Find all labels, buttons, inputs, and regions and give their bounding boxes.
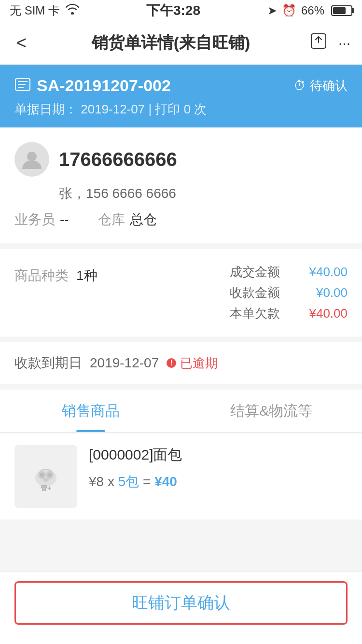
product-total: ¥40 bbox=[154, 474, 177, 489]
status-left: 无 SIM 卡 bbox=[10, 3, 79, 18]
tab-products[interactable]: 销售商品 bbox=[0, 390, 181, 432]
order-date-row: 单据日期： 2019-12-07 | 打印 0 次 bbox=[14, 101, 348, 118]
bottom-button-container: 旺铺订单确认 bbox=[0, 571, 362, 644]
product-info: [0000002]面包 ¥8 x 5包 = ¥40 bbox=[89, 445, 348, 491]
amount-label-0: 成交金额 bbox=[222, 264, 280, 280]
tab-underline bbox=[76, 430, 105, 432]
back-button[interactable]: < bbox=[12, 28, 31, 58]
overdue-icon: ! bbox=[167, 358, 176, 368]
tabs: 销售商品 结算&物流等 bbox=[0, 390, 362, 433]
product-qty: 5包 bbox=[118, 474, 139, 489]
more-button[interactable]: ··· bbox=[338, 35, 350, 51]
confirm-order-button[interactable]: 旺铺订单确认 bbox=[14, 581, 348, 625]
summary-right: 成交金额 ¥40.00 收款金额 ¥0.00 本单欠款 ¥40.00 bbox=[222, 264, 348, 322]
nav-bar: < 销货单详情(来自旺铺) ··· bbox=[0, 21, 362, 65]
due-label: 收款到期日 bbox=[14, 354, 82, 372]
location-icon: ➤ bbox=[267, 4, 277, 17]
warehouse-label: 仓库 bbox=[98, 210, 125, 229]
amount-value-2: ¥40.00 bbox=[290, 306, 348, 321]
customer-meta: 业务员 -- 仓库 总仓 bbox=[14, 210, 348, 229]
amount-value-0: ¥40.00 bbox=[290, 265, 348, 280]
warehouse-value: 总仓 bbox=[130, 210, 157, 229]
product-item: 管+ [0000002]面包 ¥8 x 5包 = ¥40 bbox=[0, 434, 362, 519]
status-time: 下午3:28 bbox=[146, 1, 200, 20]
sales-item: 业务员 -- bbox=[14, 210, 69, 229]
product-name: [0000002]面包 bbox=[89, 445, 348, 465]
sales-value: -- bbox=[60, 212, 69, 227]
due-card: 收款到期日 2019-12-07 ! 已逾期 bbox=[0, 342, 362, 384]
customer-main: 17666666666 bbox=[14, 142, 348, 177]
type-label: 商品种类 bbox=[14, 266, 69, 285]
product-section: 管+ [0000002]面包 ¥8 x 5包 = ¥40 bbox=[0, 434, 362, 519]
amount-row-1: 收款金额 ¥0.00 bbox=[222, 284, 348, 301]
order-icon bbox=[14, 76, 31, 95]
carrier-label: 无 SIM 卡 bbox=[10, 3, 60, 18]
order-id: SA-20191207-002 bbox=[14, 76, 171, 95]
overdue-badge: ! 已逾期 bbox=[167, 355, 218, 372]
status-text: 待确认 bbox=[310, 77, 348, 94]
sales-label: 业务员 bbox=[14, 210, 55, 229]
customer-card: 17666666666 张，156 6666 6666 业务员 -- 仓库 总仓 bbox=[0, 127, 362, 243]
wifi-icon bbox=[66, 4, 79, 17]
amount-row-2: 本单欠款 ¥40.00 bbox=[222, 305, 348, 322]
overdue-text: 已逾期 bbox=[180, 355, 218, 372]
print-info: | 打印 0 次 bbox=[148, 102, 207, 116]
warehouse-item: 仓库 总仓 bbox=[98, 210, 157, 229]
type-value: 1种 bbox=[76, 266, 97, 285]
share-button[interactable] bbox=[310, 33, 327, 53]
order-status: ⏱ 待确认 bbox=[293, 77, 348, 94]
battery-label: 66% bbox=[301, 4, 324, 17]
product-thumb-inner: 管+ bbox=[29, 460, 63, 493]
svg-point-8 bbox=[43, 478, 49, 482]
status-bar: 无 SIM 卡 下午3:28 ➤ ⏰ 66% bbox=[0, 0, 362, 21]
customer-name: 张，156 6666 6666 bbox=[14, 184, 348, 203]
svg-point-2 bbox=[27, 152, 37, 161]
summary-left: 商品种类 1种 bbox=[14, 266, 97, 285]
status-right: ➤ ⏰ 66% bbox=[267, 4, 352, 17]
page-title: 销货单详情(来自旺铺) bbox=[92, 32, 251, 54]
amount-label-1: 收款金额 bbox=[222, 284, 280, 301]
amount-label-2: 本单欠款 bbox=[222, 305, 280, 322]
nav-actions: ··· bbox=[310, 33, 350, 53]
amount-row-0: 成交金额 ¥40.00 bbox=[222, 264, 348, 280]
price-separator: = bbox=[139, 474, 154, 489]
svg-point-6 bbox=[40, 473, 44, 477]
date-label: 单据日期： bbox=[14, 102, 77, 116]
amount-value-1: ¥0.00 bbox=[290, 285, 348, 300]
tab-settlement[interactable]: 结算&物流等 bbox=[181, 390, 362, 432]
status-clock-icon: ⏱ bbox=[293, 78, 306, 93]
avatar bbox=[14, 142, 49, 177]
price-base: ¥8 x bbox=[89, 474, 118, 489]
alarm-icon: ⏰ bbox=[282, 4, 296, 17]
product-thumbnail: 管+ bbox=[14, 445, 77, 508]
battery-icon bbox=[331, 5, 352, 16]
product-price: ¥8 x 5包 = ¥40 bbox=[89, 473, 348, 491]
order-header: SA-20191207-002 ⏱ 待确认 单据日期： 2019-12-07 |… bbox=[0, 65, 362, 127]
customer-phone: 17666666666 bbox=[59, 149, 177, 170]
summary-card: 商品种类 1种 成交金额 ¥40.00 收款金额 ¥0.00 本单欠款 ¥40.… bbox=[0, 249, 362, 336]
order-date: 2019-12-07 bbox=[81, 102, 145, 116]
svg-point-7 bbox=[48, 473, 52, 477]
svg-text:管+: 管+ bbox=[41, 484, 51, 492]
due-date: 2019-12-07 bbox=[90, 355, 159, 371]
